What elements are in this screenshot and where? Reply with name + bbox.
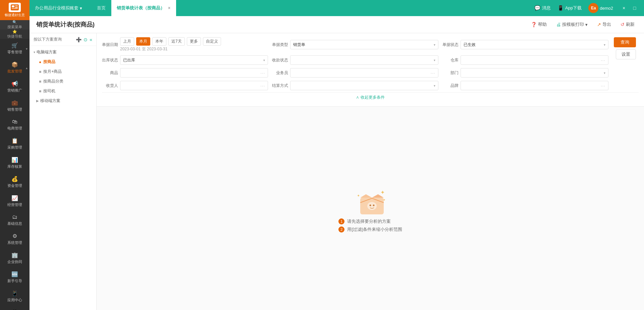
product-field[interactable]: ··· <box>120 68 268 78</box>
scheme-icon-2: ■ <box>39 79 41 84</box>
search-menu-item[interactable]: 🔍 搜索菜单 <box>0 20 30 30</box>
tree-group-mobile[interactable]: ▶ 移动端方案 <box>30 96 96 106</box>
left-panel-title: 按以下方案查询 <box>34 37 62 42</box>
message-label: 消息 <box>542 5 551 11</box>
department-select[interactable]: ▾ <box>461 68 608 78</box>
sidebar-item-sales[interactable]: 💼 销售管理 <box>0 96 30 115</box>
doc-type-text: 销货单 <box>293 42 305 48</box>
brand-field[interactable]: ··· <box>461 81 608 90</box>
app-download-label: App下载 <box>565 5 582 11</box>
salesperson-field[interactable]: ··· <box>290 68 438 78</box>
left-panel-header: 按以下方案查询 ➕ ⊙ « <box>30 33 96 46</box>
tab-close-button[interactable]: × <box>168 6 170 10</box>
doc-type-select[interactable]: 销货单 ▾ <box>290 40 438 49</box>
tree-group-desktop-label: 电脑端方案 <box>37 49 57 55</box>
quick-nav-icon: ⭐ <box>12 30 17 34</box>
filter-area: 单据日期 上月 本月 本年 近7天 更多 自定义 <box>97 33 644 107</box>
date-btn-7days[interactable]: 近7天 <box>168 37 185 46</box>
date-btn-custom[interactable]: 自定义 <box>203 37 221 46</box>
out-status-select[interactable]: 已出库 ▾ <box>120 55 268 65</box>
logo-icon <box>9 3 21 12</box>
selector-arrow-icon: ▾ <box>80 6 82 11</box>
recv-status-arrow-icon: ▾ <box>434 58 435 62</box>
print-arrow-icon: ▾ <box>585 22 588 27</box>
sidebar-item-basic[interactable]: 🗂 基础信息 <box>0 211 30 229</box>
tabs-container: 首页 销货单统计表（按商品） × <box>92 0 176 16</box>
app-download-button[interactable]: 📱 App下载 <box>557 5 582 11</box>
tab-home[interactable]: 首页 <box>92 0 111 16</box>
date-btn-this-month[interactable]: 本月 <box>136 37 150 46</box>
sidebar-item-enterprise[interactable]: 🏢 企业协同 <box>0 249 30 268</box>
print-button[interactable]: 🖨 按模板打印 ▾ <box>553 20 590 29</box>
sidebar-item-apps[interactable]: 📱 应用中心 <box>0 287 30 306</box>
sidebar-item-operations[interactable]: 📈 经营管理 <box>0 192 30 211</box>
refresh-button[interactable]: ↺ 刷新 <box>618 20 637 29</box>
out-status-text: 已出库 <box>123 57 135 63</box>
receiver-dots-icon: ··· <box>260 83 265 88</box>
apps-icon: 📱 <box>11 290 18 297</box>
left-panel-actions: ➕ ⊙ « <box>76 37 92 42</box>
tree-item-by-category[interactable]: ■ 按商品分类 <box>30 76 96 86</box>
edit-scheme-button[interactable]: ⊙ <box>84 37 88 42</box>
doc-status-label: 单据状态 <box>442 42 459 48</box>
receiver-field[interactable]: ··· <box>120 81 268 90</box>
warehouse-field[interactable]: ··· <box>461 55 608 65</box>
collapse-panel-button[interactable]: « <box>90 37 92 42</box>
tree-group-desktop[interactable]: ▾ 电脑端方案 <box>30 47 96 57</box>
date-btn-last-month[interactable]: 上月 <box>120 37 134 46</box>
top-bar-right: 💬 消息 📱 App下载 Ea demo2 × □ <box>534 3 639 13</box>
maximize-window-button[interactable]: □ <box>631 4 639 12</box>
scheme-icon-1: ■ <box>39 69 41 74</box>
tree-item-by-month-product[interactable]: ■ 按月+商品 <box>30 67 96 76</box>
payment-label: 结算方式 <box>272 83 288 89</box>
logo-text: 畅捷通好生意 <box>5 13 25 17</box>
sidebar-item-newuser[interactable]: 🆕 新手引导 <box>0 268 30 287</box>
sidebar-item-wholesale[interactable]: 📦 批发管理 ▴ <box>0 58 30 77</box>
doc-status-select[interactable]: 已生效 ▾ <box>461 40 608 49</box>
settings-button[interactable]: 设置 <box>616 49 636 59</box>
tab-sales-stat[interactable]: 销货单统计表（按商品） × <box>111 0 176 16</box>
tree-mobile-expand-icon: ▶ <box>36 99 39 103</box>
tab-sales-stat-label: 销货单统计表（按商品） <box>117 5 165 11</box>
help-button[interactable]: ❓ 帮助 <box>528 20 549 29</box>
sidebar-item-inventory[interactable]: 📊 库存核算 <box>0 153 30 172</box>
quick-nav-item[interactable]: ⭐ 快捷导航 <box>0 30 30 39</box>
date-btn-this-year[interactable]: 本年 <box>152 37 166 46</box>
sidebar-item-purchase[interactable]: 📋 采购管理 <box>0 134 30 153</box>
warehouse-value: ··· <box>461 55 608 65</box>
filter-salesperson: 业务员 ··· <box>272 68 438 78</box>
sidebar-item-wechat[interactable]: 💬 企业微信 <box>0 306 30 310</box>
message-button[interactable]: 💬 消息 <box>534 5 551 11</box>
salesperson-value: ··· <box>290 68 438 78</box>
sidebar-item-system[interactable]: ⚙ 系统管理 <box>0 229 30 249</box>
add-scheme-button[interactable]: ➕ <box>76 37 82 42</box>
sidebar-item-retail[interactable]: 🛒 零售管理 ▾ <box>0 39 30 58</box>
out-status-value: 已出库 ▾ <box>120 55 268 65</box>
refresh-label: 刷新 <box>626 21 635 28</box>
wholesale-icon: 📦 <box>11 61 18 68</box>
date-btn-more[interactable]: 更多 <box>187 37 201 46</box>
recv-status-label: 收款状态 <box>272 57 288 63</box>
doc-status-text: 已生效 <box>464 42 476 48</box>
recv-status-select[interactable]: ▾ <box>290 55 438 65</box>
app-logo: 畅捷通好生意 <box>0 0 30 20</box>
query-button[interactable]: 查询 <box>614 37 636 47</box>
sidebar-item-marketing[interactable]: 📢 营销推广 <box>0 77 30 96</box>
user-menu[interactable]: Ea demo2 <box>588 3 613 13</box>
export-button[interactable]: ↗ 导出 <box>594 20 614 29</box>
payment-select[interactable]: ▾ <box>290 81 438 90</box>
svg-text:✦: ✦ <box>357 194 360 198</box>
sidebar-item-ecommerce[interactable]: 🛍 电商管理 <box>0 115 30 134</box>
tree-item-by-product[interactable]: ● 按商品 <box>30 57 96 67</box>
sidebar-item-finance[interactable]: 💰 资金管理 <box>0 172 30 192</box>
step-1-number: 1 <box>338 218 344 224</box>
tree-item-by-category-label: 按商品分类 <box>43 79 63 84</box>
close-window-button[interactable]: × <box>620 4 628 12</box>
tree-item-by-driver[interactable]: ■ 按司机 <box>30 86 96 96</box>
account-selector[interactable]: 办公用品行业模拟账套 ▾ <box>35 5 82 11</box>
page-header: 销货单统计表(按商品) ❓ 帮助 🖨 按模板打印 ▾ ↗ 导出 ↺ 刷新 <box>30 16 644 33</box>
download-icon: 📱 <box>557 5 564 11</box>
user-avatar: Ea <box>588 3 598 13</box>
collapse-more-button[interactable]: ∧ 收起更多条件 <box>102 92 639 102</box>
tree-expand-icon: ▾ <box>34 50 35 54</box>
